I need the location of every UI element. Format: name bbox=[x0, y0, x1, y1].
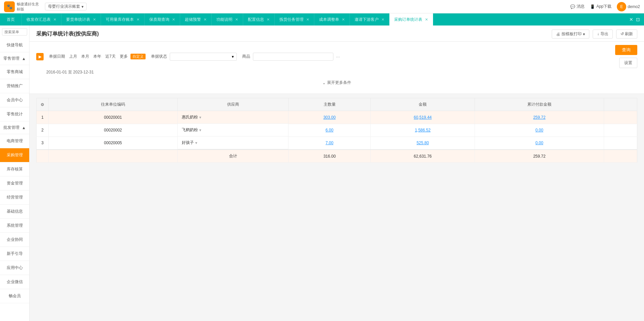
tab-yaoQingXiaYou[interactable]: 邀请下游客户 ✕ bbox=[350, 13, 389, 25]
tab-yaohuoDanTongji[interactable]: 要货单统计表 ✕ bbox=[61, 13, 101, 25]
cell-no: 2 bbox=[37, 124, 49, 137]
th-amount: 金额 bbox=[371, 98, 475, 111]
sidebar-item-operations[interactable]: 经营管理 bbox=[0, 191, 29, 205]
cell-paid[interactable]: 0.00 bbox=[475, 124, 604, 137]
cell-amount[interactable]: 60,519.44 bbox=[371, 111, 475, 124]
app-download-button[interactable]: 📱 App下载 bbox=[590, 4, 611, 9]
cell-amount[interactable]: 525.80 bbox=[371, 137, 475, 150]
refresh-icon: ↺ bbox=[621, 32, 624, 36]
sidebar: 快捷导航 零售管理 ▲ 零售商城 营销推广 会员中心 零售统计 批发管理 ▲ 电… bbox=[0, 25, 30, 321]
th-code: 往来单位编码 bbox=[49, 98, 178, 111]
expand-more-button[interactable]: ⌄ 展开更多条件 bbox=[322, 78, 351, 88]
sidebar-item-marketing[interactable]: 营销推广 bbox=[0, 79, 29, 93]
close-icon[interactable]: ✕ bbox=[267, 17, 270, 22]
user-menu[interactable]: E demo2 bbox=[617, 2, 640, 11]
tab-chengBenTiaoZheng[interactable]: 成本调整单 ✕ bbox=[314, 13, 350, 25]
custom-date-tag[interactable]: 自定义 bbox=[130, 54, 146, 59]
tab-shoufaHuizong[interactable]: 收发存汇总表 ✕ bbox=[22, 13, 61, 25]
breadcrumb-area[interactable]: 母婴行业演示账套 ▾ bbox=[45, 3, 87, 10]
sidebar-item-quicknav[interactable]: 快捷导航 bbox=[0, 38, 29, 52]
nav-tabs: 首页 收发存汇总表 ✕ 要货单统计表 ✕ 可用量库存账本 ✕ 保质期查询 ✕ 超… bbox=[0, 13, 644, 25]
goods-input[interactable] bbox=[253, 53, 333, 61]
query-button[interactable]: 查询 bbox=[615, 45, 637, 55]
refresh-button[interactable]: ↺ 刷新 bbox=[616, 30, 637, 39]
tab-peiZhiXinXi[interactable]: 配置信息 ✕ bbox=[243, 13, 275, 25]
maximize-icon[interactable]: ⊡ bbox=[636, 17, 640, 22]
close-icon[interactable]: ✕ bbox=[137, 17, 140, 22]
sidebar-item-inventory[interactable]: 库存核算 bbox=[0, 162, 29, 176]
sidebar-item-retail[interactable]: 零售管理 ▲ bbox=[0, 52, 29, 65]
sidebar-item-ecommerce[interactable]: 电商管理 bbox=[0, 134, 29, 148]
close-icon[interactable]: ✕ bbox=[425, 17, 428, 22]
sidebar-item-wholesale[interactable]: 批发管理 ▲ bbox=[0, 121, 29, 134]
sidebar-item-enterprise[interactable]: 企业协同 bbox=[0, 233, 29, 247]
expand-icon[interactable]: ▾ bbox=[195, 141, 197, 145]
filter-toggle-button[interactable]: ▶ bbox=[36, 53, 44, 60]
search-input[interactable] bbox=[2, 28, 27, 36]
sidebar-item-purchase[interactable]: 采购管理 bbox=[0, 148, 29, 162]
print-button[interactable]: 🖨 按模板打印 ▾ bbox=[552, 30, 589, 39]
sidebar-item-member[interactable]: 会员中心 bbox=[0, 93, 29, 107]
cell-paid[interactable]: 0.00 bbox=[475, 137, 604, 150]
close-icon[interactable]: ✕ bbox=[342, 17, 345, 22]
shortcut-more[interactable]: 更多 bbox=[118, 53, 129, 60]
close-icon[interactable]: ✕ bbox=[93, 17, 96, 22]
sidebar-item-vipmember[interactable]: 畅会员 bbox=[0, 289, 29, 303]
export-button[interactable]: ↓ 导出 bbox=[593, 30, 612, 39]
close-icon[interactable]: ✕ bbox=[172, 17, 175, 22]
tab-baobaoQiXian[interactable]: 保质期查询 ✕ bbox=[145, 13, 180, 25]
table-row: 2 00020002 飞鹤奶粉 ▾ 6.00 1,586.52 0.00 bbox=[37, 124, 637, 137]
status-filter-group: 单据状态 ▾ bbox=[151, 53, 237, 61]
shortcut-7days[interactable]: 近7天 bbox=[104, 53, 117, 60]
close-icon[interactable]: ✕ bbox=[381, 17, 384, 22]
sidebar-item-basicinfo[interactable]: 基础信息 bbox=[0, 205, 29, 219]
arrow-right-icon: ▶ bbox=[39, 54, 42, 59]
sidebar-item-retailshop[interactable]: 零售商城 bbox=[0, 65, 29, 79]
main-layout: 快捷导航 零售管理 ▲ 零售商城 营销推广 会员中心 零售统计 批发管理 ▲ 电… bbox=[0, 25, 644, 321]
chevron-icon: ▲ bbox=[22, 125, 26, 130]
tab-home[interactable]: 首页 bbox=[0, 13, 22, 25]
sidebar-item-corpwechat[interactable]: 企业微信 bbox=[0, 275, 29, 289]
cell-supplier: 惠氏奶粉 ▾ bbox=[178, 111, 289, 124]
cell-extra bbox=[604, 111, 637, 124]
data-table: ⚙ 往来单位编码 供应商 主数量 金额 累计付款金额 1 00020001 惠氏… bbox=[36, 98, 637, 163]
logo-text: 畅捷通好生意 标版 bbox=[17, 2, 39, 11]
sidebar-item-sysadmin[interactable]: 系统管理 bbox=[0, 219, 29, 233]
breadcrumb-select[interactable]: 母婴行业演示账套 ▾ bbox=[45, 3, 87, 10]
close-icon[interactable]: ✕ bbox=[204, 17, 207, 22]
tab-keyongKuCun[interactable]: 可用量库存账本 ✕ bbox=[101, 13, 145, 25]
expand-icon[interactable]: ▾ bbox=[199, 115, 201, 120]
status-label: 单据状态 bbox=[151, 54, 167, 59]
shortcut-thisyear[interactable]: 本年 bbox=[92, 53, 103, 60]
shortcut-thismonth[interactable]: 本月 bbox=[80, 53, 91, 60]
close-all-icon[interactable]: ✕ bbox=[629, 17, 633, 22]
page-actions: 🖨 按模板打印 ▾ ↓ 导出 ↺ 刷新 bbox=[552, 30, 637, 39]
chevron-down-icon: ▾ bbox=[82, 4, 84, 9]
status-select[interactable]: ▾ bbox=[170, 53, 237, 61]
cell-qty[interactable]: 303.00 bbox=[288, 111, 371, 124]
cell-amount[interactable]: 1,586.52 bbox=[371, 124, 475, 137]
tab-caigouDanTongji[interactable]: 采购订单统计表 ✕ bbox=[389, 13, 433, 25]
sidebar-item-appcenter[interactable]: 应用中心 bbox=[0, 261, 29, 275]
settings-button[interactable]: 设置 bbox=[619, 58, 637, 68]
cell-paid[interactable]: 259.72 bbox=[475, 111, 604, 124]
messages-button[interactable]: 💬 消息 bbox=[570, 4, 585, 9]
tab-gongNengShuoMing[interactable]: 功能说明 ✕ bbox=[212, 13, 243, 25]
expand-icon[interactable]: ▾ bbox=[199, 128, 201, 132]
tab-tuoHuoRenWu[interactable]: 拣货任务管理 ✕ bbox=[275, 13, 314, 25]
cell-qty[interactable]: 6.00 bbox=[288, 124, 371, 137]
more-options-icon[interactable]: ··· bbox=[336, 54, 340, 59]
close-icon[interactable]: ✕ bbox=[306, 17, 309, 22]
page-title: 采购订单统计表(按供应商) bbox=[36, 31, 99, 38]
cell-qty[interactable]: 7.00 bbox=[288, 137, 371, 150]
tab-chaoChuYuJing[interactable]: 超储预警 ✕ bbox=[180, 13, 212, 25]
cell-extra bbox=[604, 137, 637, 150]
sidebar-item-retailstats[interactable]: 零售统计 bbox=[0, 107, 29, 121]
close-icon[interactable]: ✕ bbox=[53, 17, 56, 22]
footer-total-qty: 316.00 bbox=[288, 150, 371, 163]
expand-more-row: ⌄ 展开更多条件 bbox=[36, 75, 637, 90]
sidebar-item-finance[interactable]: 资金管理 bbox=[0, 176, 29, 191]
shortcut-lastmonth[interactable]: 上月 bbox=[68, 53, 78, 60]
sidebar-item-newguide[interactable]: 新手引导 bbox=[0, 247, 29, 261]
close-icon[interactable]: ✕ bbox=[235, 17, 238, 22]
